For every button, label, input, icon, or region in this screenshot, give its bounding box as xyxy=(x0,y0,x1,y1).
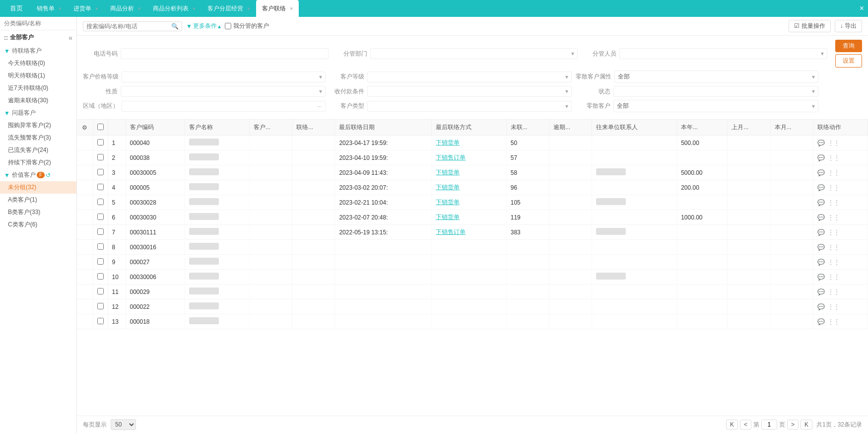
th-this-month[interactable]: 本月... xyxy=(770,120,813,136)
next-page-button[interactable]: > xyxy=(787,420,799,430)
grid-action-icon[interactable]: ⋮⋮ xyxy=(828,318,840,325)
th-last-month[interactable]: 上月... xyxy=(728,120,770,136)
sidebar-item-ungrouped[interactable]: 未分组(32) xyxy=(0,181,76,194)
contact-method-link[interactable]: 下销货单 xyxy=(436,169,460,176)
row-checkbox[interactable] xyxy=(97,258,104,265)
sidebar-item-today[interactable]: 今天待联络(0) xyxy=(0,57,76,70)
nav-home[interactable]: 首页 xyxy=(4,0,29,17)
nav-tab-purchase[interactable]: 进货单 × xyxy=(67,0,104,17)
row-checkbox[interactable] xyxy=(97,139,104,145)
row-checkbox[interactable] xyxy=(97,214,104,220)
comment-icon[interactable]: 💬 xyxy=(817,184,825,191)
grid-action-icon[interactable]: ⋮⋮ xyxy=(828,140,840,146)
sidebar-item-7days[interactable]: 近7天待联络(0) xyxy=(0,82,76,94)
th-this-year[interactable]: 本年... xyxy=(677,120,728,136)
per-page-select[interactable]: 10 20 50 100 xyxy=(111,419,136,430)
sidebar-item-churned[interactable]: 已流失客户(24) xyxy=(0,144,76,156)
grid-action-icon[interactable]: ⋮⋮ xyxy=(828,259,840,266)
close-analysislist-icon[interactable]: × xyxy=(193,5,196,11)
comment-icon[interactable]: 💬 xyxy=(817,199,825,206)
grid-action-icon[interactable]: ⋮⋮ xyxy=(828,214,840,221)
contact-method-link[interactable]: 下销货单 xyxy=(436,214,460,220)
sidebar-group-problem[interactable]: ▼ 问题客户 xyxy=(0,107,76,119)
contact-method-link[interactable]: 下销售订单 xyxy=(436,228,466,235)
grid-action-icon[interactable]: ⋮⋮ xyxy=(828,244,840,251)
field-manager-select[interactable]: ▾ xyxy=(619,48,827,59)
first-page-button[interactable]: K xyxy=(726,420,738,430)
grid-action-icon[interactable]: ⋮⋮ xyxy=(828,169,840,176)
nav-tab-analysis-list[interactable]: 商品分析列表 × xyxy=(147,0,201,17)
close-customermgmt-icon[interactable]: × xyxy=(247,5,250,11)
th-settings[interactable]: ⚙ xyxy=(77,120,93,136)
more-conditions-button[interactable]: ▼ 更多条件 ▴ xyxy=(186,22,221,30)
sidebar-item-class-a[interactable]: A类客户(1) xyxy=(0,194,76,206)
field-dept-select[interactable]: ▾ xyxy=(370,48,578,59)
grid-action-icon[interactable]: ⋮⋮ xyxy=(828,154,840,161)
comment-icon[interactable]: 💬 xyxy=(817,318,825,325)
comment-icon[interactable]: 💬 xyxy=(817,289,825,295)
region-select[interactable]: ··· xyxy=(122,101,326,112)
select-all-checkbox[interactable] xyxy=(97,124,104,130)
row-checkbox[interactable] xyxy=(97,154,104,160)
comment-icon[interactable]: 💬 xyxy=(817,140,825,146)
comment-icon[interactable]: 💬 xyxy=(817,214,825,221)
close-contact-icon[interactable]: × xyxy=(290,5,293,11)
all-customers-header[interactable]: :: 全部客户 « xyxy=(0,30,76,45)
sidebar-search-input[interactable] xyxy=(4,20,77,27)
sidebar-item-abnormal[interactable]: 囤购异常客户(2) xyxy=(0,119,76,132)
scattered-attr-select[interactable]: 全部▾ xyxy=(614,71,818,83)
th-name[interactable]: 客户名称 xyxy=(185,120,249,136)
sidebar-group-value[interactable]: ▼ 价值客户 F ↺ xyxy=(0,169,76,181)
comment-icon[interactable]: 💬 xyxy=(817,169,825,176)
th-last-method[interactable]: 最后联络方式 xyxy=(432,120,507,136)
comment-icon[interactable]: 💬 xyxy=(817,154,825,161)
row-checkbox[interactable] xyxy=(97,228,104,235)
field-phone-input[interactable] xyxy=(121,48,329,59)
grid-action-icon[interactable]: ⋮⋮ xyxy=(828,229,840,236)
grid-action-icon[interactable]: ⋮⋮ xyxy=(828,199,840,206)
comment-icon[interactable]: 💬 xyxy=(817,244,825,251)
sidebar-group-pending[interactable]: ▼ 待联络客户 xyxy=(0,45,76,57)
filter-search-icon[interactable]: 🔍 xyxy=(171,23,179,30)
th-type[interactable]: 客户... xyxy=(249,120,292,136)
nav-tab-customer-contact[interactable]: 客户联络 × xyxy=(256,0,299,17)
row-checkbox[interactable] xyxy=(97,273,104,280)
sidebar-item-declining[interactable]: 持续下滑客户(2) xyxy=(0,156,76,169)
grid-action-icon[interactable]: ⋮⋮ xyxy=(828,289,840,295)
th-last-date[interactable]: 最后联络日期 xyxy=(335,120,432,136)
collapse-icon[interactable]: « xyxy=(68,34,72,42)
sidebar-item-overdue[interactable]: 逾期未联络(30) xyxy=(0,94,76,107)
row-checkbox[interactable] xyxy=(97,243,104,250)
row-checkbox[interactable] xyxy=(97,303,104,309)
close-all-button[interactable]: × xyxy=(860,4,864,13)
sidebar-item-tomorrow[interactable]: 明天待联络(1) xyxy=(0,70,76,82)
th-company-contact[interactable]: 往来单位联系人 xyxy=(592,120,677,136)
nav-tab-analysis[interactable]: 商品分析 × xyxy=(104,0,147,17)
th-uncontacted[interactable]: 未联... xyxy=(506,120,549,136)
close-purchase-icon[interactable]: × xyxy=(95,5,98,11)
sidebar-item-churn-warning[interactable]: 流失预警客户(3) xyxy=(0,132,76,144)
customer-type-select[interactable]: ▾ xyxy=(367,101,572,112)
customer-level-select[interactable]: ▾ xyxy=(367,72,572,82)
contact-method-link[interactable]: 下销货单 xyxy=(436,184,460,191)
search-input[interactable] xyxy=(86,23,171,30)
comment-icon[interactable]: 💬 xyxy=(817,303,825,310)
my-customers-check[interactable] xyxy=(225,23,231,29)
comment-icon[interactable]: 💬 xyxy=(817,274,825,281)
query-button[interactable]: 查询 xyxy=(835,40,862,52)
comment-icon[interactable]: 💬 xyxy=(817,259,825,266)
scattered2-select[interactable]: 全部▾ xyxy=(613,100,818,112)
contact-method-link[interactable]: 下销货单 xyxy=(436,139,460,146)
row-checkbox[interactable] xyxy=(97,184,104,190)
reset-button[interactable]: 设置 xyxy=(835,54,862,68)
export-button[interactable]: ↓ 导出 xyxy=(835,20,862,32)
grid-action-icon[interactable]: ⋮⋮ xyxy=(828,274,840,281)
my-customers-checkbox[interactable]: 我分管的客户 xyxy=(225,22,269,30)
contact-method-link[interactable]: 下销售订单 xyxy=(436,154,466,161)
refresh-icon[interactable]: ↺ xyxy=(46,172,51,179)
th-code[interactable]: 客户编码 xyxy=(126,120,185,136)
last-page-button[interactable]: K xyxy=(801,420,812,430)
nav-tab-customer-mgmt[interactable]: 客户分层经营 × xyxy=(201,0,256,17)
prev-page-button[interactable]: < xyxy=(740,420,751,430)
comment-icon[interactable]: 💬 xyxy=(817,229,825,236)
